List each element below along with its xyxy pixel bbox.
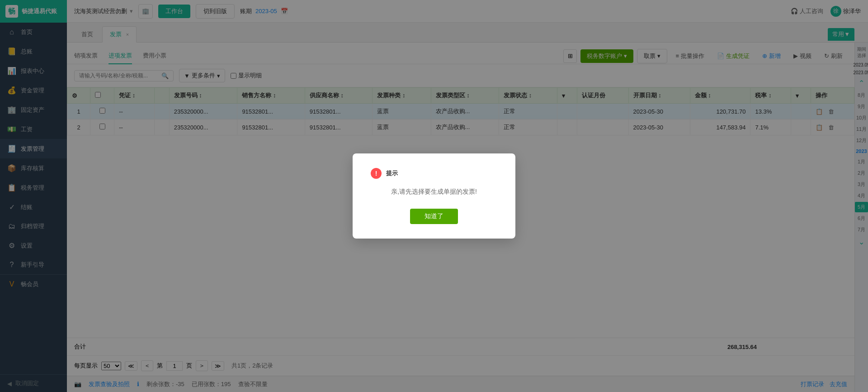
modal-message: 亲,请先选择要生成单据的发票!	[371, 188, 497, 196]
modal-dialog: ! 提示 亲,请先选择要生成单据的发票! 知道了	[353, 153, 515, 239]
modal-warning-icon: !	[371, 168, 382, 179]
modal-title-area: ! 提示	[371, 168, 497, 179]
modal-title-text: 提示	[386, 169, 398, 177]
modal-overlay: ! 提示 亲,请先选择要生成单据的发票! 知道了	[0, 0, 868, 392]
modal-ok-button[interactable]: 知道了	[410, 209, 458, 224]
